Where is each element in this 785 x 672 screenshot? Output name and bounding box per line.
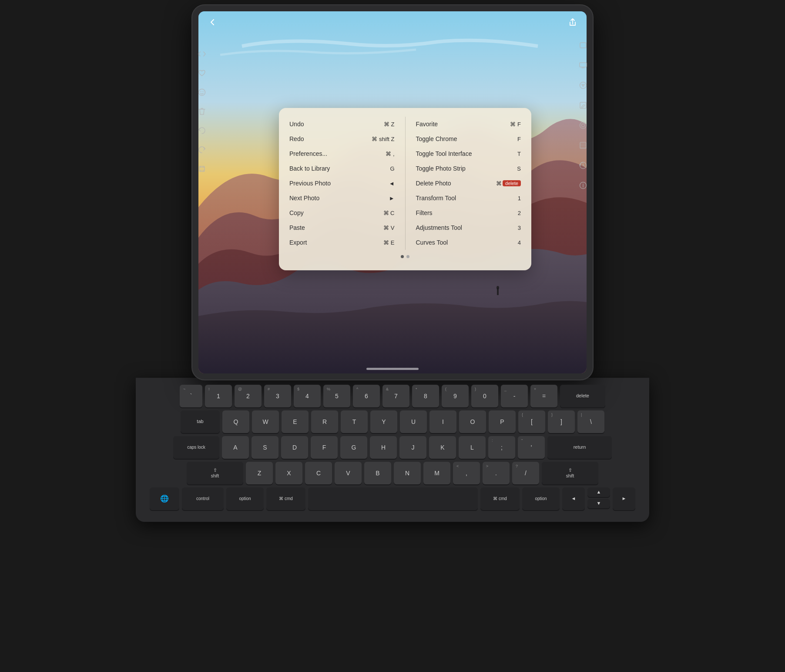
key-c[interactable]: C (305, 462, 332, 484)
layers-icon[interactable] (578, 40, 588, 50)
key-cmd-right[interactable]: ⌘ cmd (480, 487, 520, 510)
key-f[interactable]: F (311, 436, 338, 459)
back-button[interactable] (205, 15, 219, 29)
key-3[interactable]: #3 (264, 385, 291, 407)
key-minus[interactable]: _- (501, 385, 528, 407)
key-y[interactable]: Y (370, 410, 397, 433)
menu-item-redo[interactable]: Redo ⌘ shift Z (289, 131, 395, 146)
key-9[interactable]: (9 (442, 385, 469, 407)
key-z[interactable]: Z (246, 462, 273, 484)
key-7[interactable]: &7 (382, 385, 409, 407)
key-space[interactable] (308, 487, 478, 510)
key-m[interactable]: M (423, 462, 450, 484)
key-v[interactable]: V (335, 462, 362, 484)
menu-item-preferences[interactable]: Preferences... ⌘ , (289, 146, 395, 161)
key-b[interactable]: B (364, 462, 391, 484)
menu-item-copy[interactable]: Copy ⌘ C (289, 205, 395, 220)
menu-item-export[interactable]: Export ⌘ E (289, 235, 395, 250)
key-equals[interactable]: += (530, 385, 557, 407)
key-6[interactable]: ^6 (353, 385, 380, 407)
edit-icon[interactable] (578, 100, 588, 111)
menu-item-back-to-library[interactable]: Back to Library G (289, 161, 395, 176)
key-comma[interactable]: <, (453, 462, 480, 484)
trash-icon[interactable] (197, 106, 207, 117)
mask-icon[interactable] (578, 120, 588, 131)
key-option-right[interactable]: option (522, 487, 560, 510)
key-a[interactable]: A (222, 436, 249, 459)
key-j[interactable]: J (399, 436, 426, 459)
redo-icon[interactable] (197, 144, 207, 155)
key-8[interactable]: *8 (412, 385, 439, 407)
key-shift-right[interactable]: ⇧ shift (542, 462, 598, 484)
menu-item-delete-photo[interactable]: Delete Photo ⌘ delete (416, 176, 521, 191)
key-shift-left[interactable]: ⇧ shift (187, 462, 243, 484)
key-l[interactable]: L (459, 436, 486, 459)
key-option-left[interactable]: option (226, 487, 264, 510)
menu-item-toggle-photo-strip[interactable]: Toggle Photo Strip S (416, 161, 521, 176)
key-d[interactable]: D (281, 436, 308, 459)
menu-item-paste[interactable]: Paste ⌘ V (289, 220, 395, 235)
key-2[interactable]: @2 (235, 385, 262, 407)
heart-icon[interactable] (197, 68, 207, 78)
key-0[interactable]: )0 (471, 385, 498, 407)
key-backtick[interactable]: ~` (180, 385, 202, 407)
key-control[interactable]: control (182, 487, 224, 510)
key-q[interactable]: Q (222, 410, 249, 433)
key-arrow-up[interactable]: ▲ (587, 487, 610, 497)
dot-2[interactable] (406, 255, 409, 258)
menu-item-favorite[interactable]: Favorite ⌘ F (416, 117, 521, 131)
key-k[interactable]: K (429, 436, 456, 459)
menu-item-undo[interactable]: Undo ⌘ Z (289, 117, 395, 131)
key-t[interactable]: T (341, 410, 368, 433)
key-1[interactable]: !1 (205, 385, 232, 407)
crop-icon[interactable] (197, 164, 207, 174)
menu-item-filters[interactable]: Filters 2 (416, 205, 521, 220)
key-arrow-right[interactable]: ► (613, 487, 635, 510)
key-n[interactable]: N (394, 462, 421, 484)
key-delete[interactable]: delete (560, 385, 605, 407)
key-backslash[interactable]: |\ (577, 410, 604, 433)
stack-icon[interactable] (578, 140, 588, 151)
history-icon[interactable] (578, 160, 588, 171)
key-x[interactable]: X (275, 462, 302, 484)
key-r[interactable]: R (311, 410, 338, 433)
menu-item-next-photo[interactable]: Next Photo ► (289, 191, 395, 205)
key-globe[interactable]: 🌐 (150, 487, 179, 510)
face-icon[interactable] (197, 87, 207, 97)
filter-icon[interactable] (578, 80, 588, 91)
key-arrow-left[interactable]: ◄ (562, 487, 585, 510)
key-o[interactable]: O (459, 410, 486, 433)
menu-item-previous-photo[interactable]: Previous Photo ◄ (289, 176, 395, 191)
key-slash[interactable]: ?/ (512, 462, 539, 484)
undo-icon[interactable] (197, 125, 207, 136)
key-return[interactable]: return (547, 436, 612, 459)
dot-1[interactable] (401, 255, 404, 258)
key-s[interactable]: S (252, 436, 278, 459)
key-u[interactable]: U (400, 410, 427, 433)
code-icon[interactable] (197, 49, 207, 59)
key-arrow-down[interactable]: ▼ (587, 499, 610, 508)
key-quote[interactable]: "' (518, 436, 545, 459)
key-5[interactable]: %5 (323, 385, 350, 407)
key-g[interactable]: G (340, 436, 367, 459)
key-i[interactable]: I (429, 410, 456, 433)
menu-item-adjustments-tool[interactable]: Adjustments Tool 3 (416, 220, 521, 235)
key-rbracket[interactable]: }] (548, 410, 575, 433)
menu-item-toggle-chrome[interactable]: Toggle Chrome F (416, 131, 521, 146)
menu-item-curves-tool[interactable]: Curves Tool 4 (416, 235, 521, 250)
menu-item-transform-tool[interactable]: Transform Tool 1 (416, 191, 521, 205)
key-tab[interactable]: tab (181, 410, 220, 433)
key-h[interactable]: H (370, 436, 397, 459)
display-icon[interactable] (578, 60, 588, 71)
key-w[interactable]: W (252, 410, 279, 433)
key-cmd-left[interactable]: ⌘ cmd (266, 487, 305, 510)
key-p[interactable]: P (489, 410, 516, 433)
menu-item-toggle-tool-interface[interactable]: Toggle Tool Interface T (416, 146, 521, 161)
key-lbracket[interactable]: {[ (518, 410, 545, 433)
key-e[interactable]: E (282, 410, 309, 433)
key-4[interactable]: $4 (294, 385, 321, 407)
share-button[interactable] (566, 15, 580, 29)
info-icon[interactable] (578, 180, 588, 191)
key-capslock[interactable]: caps lock (173, 436, 219, 459)
key-period[interactable]: >. (483, 462, 510, 484)
